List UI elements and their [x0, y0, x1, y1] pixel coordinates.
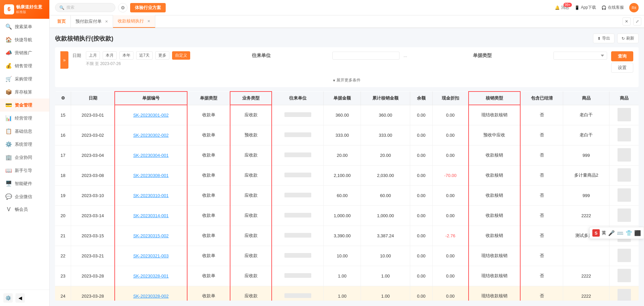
th-balance: 余额 [410, 91, 432, 105]
sidebar-item-finance[interactable]: 💳 资金管理 [0, 99, 49, 112]
s-logo: S [592, 229, 600, 237]
gear-btn[interactable]: ⚙ [118, 3, 127, 12]
expand-conditions-btn[interactable]: ▾ 展开更多条件 [333, 77, 361, 83]
tab-prepay[interactable]: 预付款应付单 ✕ [71, 15, 113, 28]
cell-partner [272, 205, 324, 226]
mic-icon[interactable]: 🎤 [608, 230, 615, 236]
tab-maximize-btn[interactable]: ⤢ [633, 17, 641, 25]
cell-balance: 0.00 [410, 266, 432, 286]
bill-no-link[interactable]: SK-20230302-002 [133, 133, 169, 138]
bill-no-link[interactable]: SK-20230328-001 [133, 273, 169, 279]
bill-no-link[interactable]: SK-20230321-003 [133, 253, 169, 258]
sidebar-item-basic[interactable]: 📋 基础信息 [0, 125, 49, 138]
sales-icon: 💰 [5, 63, 12, 69]
cell-no: 22 [55, 246, 71, 266]
bill-no-link[interactable]: SK-20230310-001 [133, 193, 169, 198]
export-btn[interactable]: ⬆ 导出 [593, 34, 614, 43]
sidebar-item-inventory[interactable]: 📦 库存核算 [0, 85, 49, 99]
cell-acc-amount: 1,000.00 [361, 205, 410, 226]
date-custom-btn[interactable]: 自定义 [172, 51, 190, 60]
refresh-icon: ↻ [622, 36, 625, 41]
sidebar-item-operation[interactable]: 📊 经营管理 [0, 112, 49, 125]
notification-btn[interactable]: 🔔 消息 99+ [555, 5, 569, 10]
query-btn[interactable]: 查询 [611, 51, 633, 61]
cell-bill-type: 收款单 [187, 226, 230, 246]
sidebar-item-sales[interactable]: 💰 销售管理 [0, 59, 49, 72]
tabbar: 首页 预付款应付单 ✕ 收款核销执行 ✕ ✕ ⤢ [50, 15, 644, 28]
bill-no-link[interactable]: SK-20230304-001 [133, 153, 169, 158]
bill-no-link[interactable]: SK-20230308-001 [133, 173, 169, 178]
keyboard-icon[interactable]: ⌨️ [617, 230, 624, 236]
tab-close-all-btn[interactable]: ✕ [623, 17, 631, 25]
setting-btn[interactable]: 设置 [611, 63, 633, 73]
grid-icon[interactable]: ⬛ [634, 230, 641, 236]
table-row: 18 2023-03-08 SK-20230308-001 收款单 应收款 2,… [55, 165, 639, 185]
online-service-btn[interactable]: 🎧 在线客服 [601, 5, 624, 10]
cell-include-settled: 否 [520, 145, 563, 165]
collection-tab-close[interactable]: ✕ [147, 19, 150, 23]
cell-date: 2023-03-10 [71, 185, 115, 205]
settings-bottom-btn[interactable]: ⚙️ [3, 293, 13, 303]
refresh-btn[interactable]: ↻ 刷新 [617, 34, 639, 43]
sidebar-item-guide[interactable]: 📖 新手引导 [0, 164, 49, 177]
prepay-tab-close[interactable]: ✕ [105, 19, 108, 24]
export-icon: ⬆ [597, 36, 601, 41]
sidebar-item-label: 资金管理 [15, 102, 32, 108]
collapse-btn[interactable]: ◀ [15, 293, 25, 303]
sidebar-item-search[interactable]: 🔍 搜索菜单 [0, 20, 49, 33]
cell-bill-type: 收款单 [187, 205, 230, 226]
cell-bill-type: 收款单 [187, 246, 230, 266]
sidebar-item-hardware[interactable]: 🖥️ 智能硬件 [0, 177, 49, 190]
cell-cancel-type: 收款核销 [469, 226, 521, 246]
date-this-year-btn[interactable]: 本年 [119, 51, 133, 60]
sidebar-item-wechat[interactable]: 💬 企业微信 [0, 190, 49, 203]
bill-no-link[interactable]: SK-20230328-002 [133, 294, 169, 299]
sidebar-item-label: 企业协同 [15, 155, 32, 161]
date-last-month-btn[interactable]: 上月 [86, 51, 100, 60]
app-download-btn[interactable]: 📱 App下载 [575, 5, 596, 10]
user-avatar[interactable]: Rit [629, 3, 639, 12]
sidebar-item-system[interactable]: ⚙️ 系统管理 [0, 138, 49, 151]
cell-cancel-type: 现结收款核销 [469, 105, 521, 125]
date-label: 日期 [72, 53, 82, 59]
cell-include-settled: 否 [520, 105, 563, 125]
filter-panel: » 日期 上月 本月 本年 近7天 更多 自定义 往来单位 [55, 47, 639, 87]
bill-no-link[interactable]: SK-20230301-002 [133, 113, 169, 118]
search-bar[interactable]: 🔍 搜索 [55, 3, 115, 12]
date-this-month-btn[interactable]: 本月 [103, 51, 117, 60]
basic-icon: 📋 [5, 128, 12, 134]
cell-no: 17 [55, 145, 71, 165]
tab-collection[interactable]: 收款核销执行 ✕ [113, 15, 155, 28]
solution-btn[interactable]: 体验行业方案 [130, 3, 166, 12]
filter-toggle-btn[interactable]: » [60, 51, 68, 69]
sidebar-item-label: 智能硬件 [15, 181, 32, 187]
filter-row-1: 日期 上月 本月 本年 近7天 更多 自定义 往来单位 ... 单据类型 [72, 51, 607, 60]
bill-no-link[interactable]: SK-20230314-001 [133, 213, 169, 218]
cell-product: 999 [563, 145, 609, 165]
expand-icon: ▾ [333, 78, 335, 83]
cell-include-settled: 否 [520, 185, 563, 205]
sidebar-item-enterprise[interactable]: 🏢 企业协同 [0, 151, 49, 164]
date-7days-btn[interactable]: 近7天 [136, 51, 153, 60]
cell-bill-type: 收款单 [187, 165, 230, 185]
bill-type-select[interactable] [553, 52, 607, 60]
cell-product2 [609, 125, 639, 145]
cell-bill-no: SK-20230301-002 [115, 105, 187, 125]
online-service-label: 在线客服 [608, 5, 624, 10]
sidebar-item-quicknav[interactable]: 🏠 快捷导航 [0, 33, 49, 46]
shirt-icon[interactable]: 👕 [626, 230, 632, 236]
cell-product2 [609, 105, 639, 125]
bill-no-link[interactable]: SK-20230315-002 [133, 233, 169, 238]
tab-home[interactable]: 首页 [52, 15, 71, 28]
sidebar-item-purchase[interactable]: 🛒 采购管理 [0, 72, 49, 85]
sidebar-item-member[interactable]: V 畅会员 [0, 203, 49, 216]
th-settings[interactable]: ⚙ [55, 91, 71, 105]
sidebar-item-marketing[interactable]: 📣 营销推广 [0, 46, 49, 59]
partner-dots[interactable]: ... [404, 53, 407, 58]
partner-input[interactable] [332, 52, 399, 60]
date-more-btn[interactable]: 更多 [155, 51, 169, 60]
cell-bill-type: 收款单 [187, 266, 230, 286]
sidebar-item-label: 新手引导 [15, 168, 32, 174]
cell-no: 20 [55, 205, 71, 226]
th-product: 商品 [563, 91, 609, 105]
